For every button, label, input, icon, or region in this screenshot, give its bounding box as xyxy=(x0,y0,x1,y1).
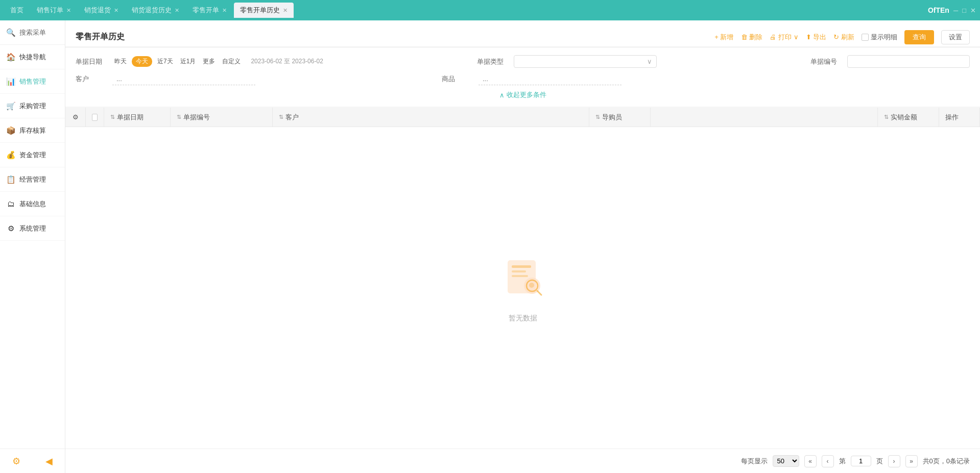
setting-button[interactable]: 设置 xyxy=(941,30,970,44)
table-header: ⚙ ⇅ 单据日期 ⇅ 单据编号 ⇅ 客户 ⇅ xyxy=(65,108,980,127)
collapse-btn[interactable]: ∧ 收起更多条件 xyxy=(76,90,970,99)
sidebar-item-system[interactable]: ⚙ 系统管理 xyxy=(0,216,65,241)
export-button[interactable]: ⬆ 导出 xyxy=(806,33,827,42)
window-maximize[interactable]: □ xyxy=(962,7,966,14)
tab-sales-order-close[interactable]: ✕ xyxy=(66,7,71,14)
th-amount: ⇅ 实销金额 xyxy=(878,108,939,127)
sidebar-search[interactable]: 🔍 搜索采单 xyxy=(0,20,65,45)
tab-return-history-label: 销货退货历史 xyxy=(132,6,172,15)
tab-retail-order[interactable]: 零售开单 ✕ xyxy=(186,3,233,18)
window-minimize[interactable]: ─ xyxy=(953,7,958,14)
home-icon: 🏠 xyxy=(6,53,15,62)
empty-illustration xyxy=(497,253,548,306)
th-spacer xyxy=(651,108,878,127)
date-btn-yesterday[interactable]: 昨天 xyxy=(112,56,129,67)
svg-line-6 xyxy=(537,291,541,295)
next-page-button[interactable]: › xyxy=(888,455,900,467)
date-btn-today[interactable]: 今天 xyxy=(132,56,152,67)
sidebar-item-quicknav-label: 快捷导航 xyxy=(19,53,46,62)
customer-input[interactable] xyxy=(112,73,255,85)
sidebar-item-system-label: 系统管理 xyxy=(19,224,46,233)
goods-input[interactable] xyxy=(479,73,622,85)
window-close[interactable]: ✕ xyxy=(970,7,976,14)
refresh-button[interactable]: ↻ 刷新 xyxy=(833,33,854,42)
date-btn-more[interactable]: 更多 xyxy=(201,56,217,67)
pagination: 每页显示 50 20 100 « ‹ 第 页 › xyxy=(65,449,980,473)
display-checkbox[interactable] xyxy=(862,34,869,41)
th-guide: ⇅ 导购员 xyxy=(589,108,651,127)
main-layout: 🔍 搜索采单 🏠 快捷导航 📊 销售管理 🛒 采购管理 📦 库存核算 💰 资金管… xyxy=(0,20,980,473)
top-bar: 首页 销售订单 ✕ 销货退货 ✕ 销货退货历史 ✕ 零售开单 ✕ 零售开单历史 … xyxy=(0,0,980,20)
date-btn-7days[interactable]: 近7天 xyxy=(155,56,175,67)
th-settings-icon: ⚙ xyxy=(73,113,79,121)
tab-home[interactable]: 首页 xyxy=(4,3,30,18)
sidebar-item-sales[interactable]: 📊 销售管理 xyxy=(0,69,65,94)
th-sort-guide-icon[interactable]: ⇅ xyxy=(595,114,600,120)
th-date: ⇅ 单据日期 xyxy=(104,108,171,127)
number-input[interactable] xyxy=(847,55,970,68)
page-input[interactable] xyxy=(851,456,871,466)
management-icon: 📋 xyxy=(6,175,15,184)
delete-button[interactable]: 🗑 删除 xyxy=(741,33,763,42)
date-btn-custom[interactable]: 自定义 xyxy=(220,56,243,67)
next-page-icon: › xyxy=(893,458,895,465)
tab-sales-order[interactable]: 销售订单 ✕ xyxy=(31,3,77,18)
th-checkbox[interactable] xyxy=(86,108,104,127)
tab-retail-history[interactable]: 零售开单历史 ✕ xyxy=(234,3,294,18)
print-button[interactable]: 🖨 打印 ∨ xyxy=(770,33,799,42)
collapse-sidebar-icon[interactable]: ◀ xyxy=(45,456,53,467)
first-page-icon: « xyxy=(808,458,812,465)
first-page-button[interactable]: « xyxy=(804,455,817,467)
th-guide-label: 导购员 xyxy=(602,113,622,122)
sidebar-item-basic-label: 基础信息 xyxy=(19,200,46,209)
svg-point-7 xyxy=(529,283,534,288)
search-icon: 🔍 xyxy=(6,28,15,37)
tab-return-label: 销货退货 xyxy=(84,6,111,15)
tab-return-history-close[interactable]: ✕ xyxy=(175,7,179,14)
filter-row-1: 单据日期 昨天 今天 近7天 近1月 更多 自定义 2023-06-02 至 2… xyxy=(76,55,970,68)
sidebar-item-management[interactable]: 📋 经营管理 xyxy=(0,167,65,192)
tab-retail-history-close[interactable]: ✕ xyxy=(283,7,288,14)
settings-bottom-icon[interactable]: ⚙ xyxy=(12,456,20,467)
th-sort-date-icon[interactable]: ⇅ xyxy=(110,114,115,120)
table-body: 暂无数据 xyxy=(65,127,980,449)
tab-retail-order-close[interactable]: ✕ xyxy=(222,7,227,14)
svg-rect-3 xyxy=(512,275,528,277)
query-button[interactable]: 查询 xyxy=(904,30,934,44)
tab-retail-order-label: 零售开单 xyxy=(193,6,219,15)
last-page-button[interactable]: » xyxy=(905,455,918,467)
sidebar-item-purchase[interactable]: 🛒 采购管理 xyxy=(0,94,65,118)
content-area: 零售开单历史 + 新增 🗑 删除 🖨 打印 ∨ ⬆ 导出 ↻ 刷新 显示明细 查… xyxy=(65,20,980,473)
th-settings[interactable]: ⚙ xyxy=(65,108,86,127)
sidebar-bottom: ⚙ ◀ xyxy=(0,449,65,473)
th-sort-customer-icon[interactable]: ⇅ xyxy=(279,114,283,120)
per-page-select[interactable]: 50 20 100 xyxy=(773,455,799,467)
select-all-checkbox[interactable] xyxy=(92,114,98,121)
basic-icon: 🗂 xyxy=(6,200,15,209)
prev-page-button[interactable]: ‹ xyxy=(822,455,834,467)
date-range: 2023-06-02 至 2023-06-02 xyxy=(251,57,323,66)
display-toggle[interactable]: 显示明细 xyxy=(862,33,897,42)
th-date-label: 单据日期 xyxy=(117,113,144,122)
sidebar-item-quicknav[interactable]: 🏠 快捷导航 xyxy=(0,45,65,69)
number-label: 单据编号 xyxy=(810,57,839,66)
th-sort-number-icon[interactable]: ⇅ xyxy=(177,114,181,120)
tab-return-close[interactable]: ✕ xyxy=(114,7,118,14)
th-sort-amount-icon[interactable]: ⇅ xyxy=(884,114,889,120)
sidebar-item-sales-label: 销售管理 xyxy=(19,77,46,86)
type-select[interactable]: ∨ xyxy=(514,55,657,68)
sidebar-item-finance[interactable]: 💰 资金管理 xyxy=(0,143,65,167)
table-area: ⚙ ⇅ 单据日期 ⇅ 单据编号 ⇅ 客户 ⇅ xyxy=(65,108,980,473)
page-label: 第 xyxy=(839,457,846,466)
sidebar-item-basic[interactable]: 🗂 基础信息 xyxy=(0,192,65,216)
tab-return-history[interactable]: 销货退货历史 ✕ xyxy=(126,3,185,18)
system-icon: ⚙ xyxy=(6,224,15,233)
date-btn-1month[interactable]: 近1月 xyxy=(178,56,198,67)
tab-return[interactable]: 销货退货 ✕ xyxy=(78,3,125,18)
sidebar-item-inventory[interactable]: 📦 库存核算 xyxy=(0,118,65,143)
add-button[interactable]: + 新增 xyxy=(714,33,733,42)
empty-text: 暂无数据 xyxy=(509,314,537,323)
sidebar-item-purchase-label: 采购管理 xyxy=(19,102,46,111)
goods-label: 商品 xyxy=(442,74,470,84)
tab-retail-history-label: 零售开单历史 xyxy=(240,6,280,15)
